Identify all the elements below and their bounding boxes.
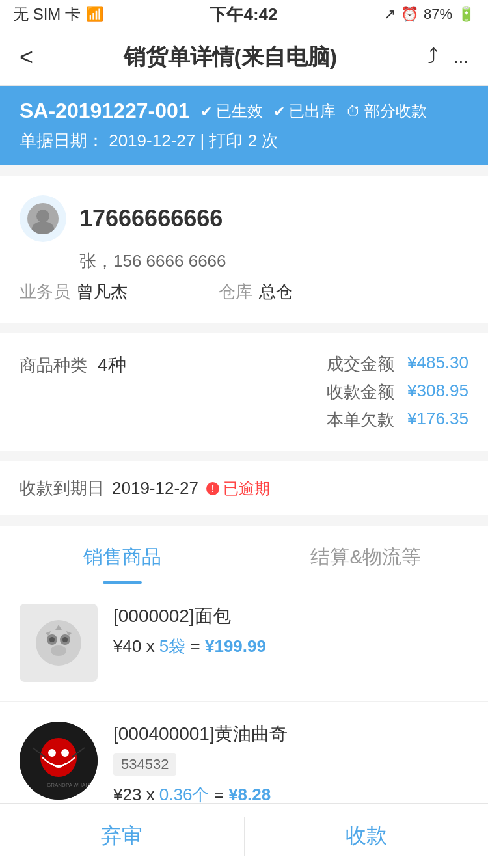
back-button[interactable]: <	[20, 44, 33, 71]
type-label: 商品种类	[20, 354, 87, 377]
overdue-text: 已逾期	[223, 478, 270, 499]
print-info: | 打印 2 次	[200, 131, 278, 150]
status-left: 无 SIM 卡 📶	[13, 4, 103, 25]
status-right: ↗ ⏰ 87% 🔋	[384, 6, 475, 23]
tab-settlement[interactable]: 结算&物流等	[244, 526, 488, 584]
amount-row-1: 成交金额 ¥485.30	[327, 353, 468, 375]
tab-sales-products[interactable]: 销售商品	[0, 526, 244, 584]
badge-effective: 已生效	[200, 101, 263, 122]
sales-name: 曾凡杰	[77, 280, 128, 303]
svg-point-12	[61, 749, 69, 757]
product-total-1: ¥199.99	[205, 636, 266, 656]
amount-label: 成交金额	[327, 353, 394, 375]
debt-value: ¥176.35	[407, 409, 468, 431]
product-qty-2: 0.36个	[159, 785, 210, 804]
badge-shipped: 已出库	[273, 101, 336, 122]
badge-effective-text: 已生效	[216, 101, 263, 122]
svg-point-4	[62, 637, 68, 642]
confirm-button[interactable]: 收款	[245, 804, 489, 868]
products-section: [0000002]面包 ¥40 x 5袋 = ¥199.99 GRAN	[0, 584, 488, 826]
due-label: 收款到期日	[20, 477, 104, 500]
avatar	[20, 195, 66, 242]
overdue-badge: ! 已逾期	[206, 478, 270, 499]
customer-phone: 17666666666	[79, 205, 223, 232]
sales-label: 业务员	[20, 280, 70, 303]
warehouse-label: 仓库	[219, 280, 252, 303]
product-qty-1: 5袋	[159, 636, 185, 656]
receipt-value: ¥308.95	[407, 381, 468, 403]
order-id: SA-20191227-001	[20, 99, 190, 123]
product-thumb-1	[20, 604, 98, 682]
product-sku-2: 534532	[113, 753, 176, 776]
bottom-bar: 弃审 收款	[0, 803, 488, 868]
clock-icon	[346, 102, 360, 120]
confirm-label: 收款	[346, 822, 387, 850]
amount-info: 成交金额 ¥485.30 收款金额 ¥308.95 本单欠款 ¥176.35	[327, 353, 468, 431]
product-total-2: ¥8.28	[228, 785, 271, 804]
more-icon[interactable]: ...	[454, 47, 468, 68]
tab-sales-label: 销售商品	[83, 546, 161, 567]
owl-svg	[33, 617, 85, 669]
product-multiply-2: x	[146, 785, 159, 804]
page-title: 销货单详情(来自电脑)	[124, 42, 338, 72]
nav-actions: ⤴ ...	[427, 45, 468, 69]
header-banner: SA-20191227-001 已生效 已出库 部分收款 单据日期： 2019-…	[0, 86, 488, 165]
svg-point-11	[48, 749, 56, 757]
svg-point-5	[51, 645, 66, 656]
customer-header: 17666666666	[20, 195, 468, 242]
svg-text:GRANDPA WHALE: GRANDPA WHALE	[47, 782, 92, 788]
badge-shipped-text: 已出库	[289, 101, 336, 122]
due-section: 收款到期日 2019-12-27 ! 已逾期	[0, 461, 488, 515]
location-icon: ↗	[384, 6, 396, 23]
wifi-icon: 📶	[86, 6, 103, 23]
receipt-label: 收款金额	[327, 381, 394, 403]
product-type-info: 商品种类 4种	[20, 353, 126, 377]
tab-settlement-label: 结算&物流等	[310, 546, 421, 567]
product-unit-price-2: ¥23	[113, 785, 141, 804]
product-thumb-2: GRANDPA WHALE	[20, 722, 98, 800]
stats-section: 商品种类 4种 成交金额 ¥485.30 收款金额 ¥308.95 本单欠款 ¥…	[0, 333, 488, 451]
status-time: 下午4:42	[210, 3, 277, 26]
avatar-icon	[27, 203, 59, 234]
customer-section: 17666666666 张，156 6666 6666 业务员 曾凡杰 仓库 总…	[0, 176, 488, 323]
carrier-text: 无 SIM 卡	[13, 4, 81, 25]
check-icon	[200, 102, 212, 120]
tabs-section: 销售商品 结算&物流等	[0, 526, 488, 584]
sales-info: 业务员 曾凡杰	[20, 280, 128, 303]
svg-point-10	[40, 738, 77, 777]
product-multiply-1: x	[146, 636, 159, 656]
amount-row-3: 本单欠款 ¥176.35	[327, 409, 468, 431]
badge-partial-text: 部分收款	[364, 101, 427, 122]
share-icon[interactable]: ⤴	[427, 45, 438, 69]
badge-partial: 部分收款	[346, 101, 427, 122]
amount-value: ¥485.30	[407, 353, 468, 375]
product-price-1: ¥40 x 5袋 = ¥199.99	[113, 635, 468, 658]
product-equals-2: =	[214, 785, 228, 804]
product-info-2: [000400001]黄油曲奇 534532 ¥23 x 0.36个 = ¥8.…	[113, 722, 468, 806]
product-item-1: [0000002]面包 ¥40 x 5袋 = ¥199.99	[0, 584, 488, 702]
order-date-value: 2019-12-27	[109, 131, 195, 150]
svg-point-3	[49, 637, 55, 642]
cancel-label: 弃审	[101, 822, 142, 850]
product-unit-price-1: ¥40	[113, 636, 141, 656]
product-name-2: [000400001]黄油曲奇	[113, 722, 468, 746]
warehouse-name: 总仓	[259, 280, 293, 303]
check-icon-2	[273, 102, 285, 120]
type-value: 4种	[98, 353, 126, 377]
battery-icon: 🔋	[457, 6, 475, 23]
nav-bar: < 销货单详情(来自电脑) ⤴ ...	[0, 29, 488, 86]
status-bar: 无 SIM 卡 📶 下午4:42 ↗ ⏰ 87% 🔋	[0, 0, 488, 29]
cancel-button[interactable]: 弃审	[0, 804, 244, 868]
customer-meta: 业务员 曾凡杰 仓库 总仓	[20, 280, 468, 303]
customer-name: 张，156 6666 6666	[20, 250, 468, 273]
product-name-1: [0000002]面包	[113, 604, 468, 629]
amount-row-2: 收款金额 ¥308.95	[327, 381, 468, 403]
warehouse-info: 仓库 总仓	[219, 280, 293, 303]
product2-svg: GRANDPA WHALE	[20, 722, 98, 800]
due-date: 2019-12-27	[112, 478, 198, 498]
alarm-icon: ⏰	[401, 6, 418, 23]
product-equals-1: =	[191, 636, 205, 656]
order-date-row: 单据日期： 2019-12-27 | 打印 2 次	[20, 129, 468, 152]
debt-label: 本单欠款	[327, 409, 394, 431]
overdue-dot-icon: !	[206, 482, 219, 495]
